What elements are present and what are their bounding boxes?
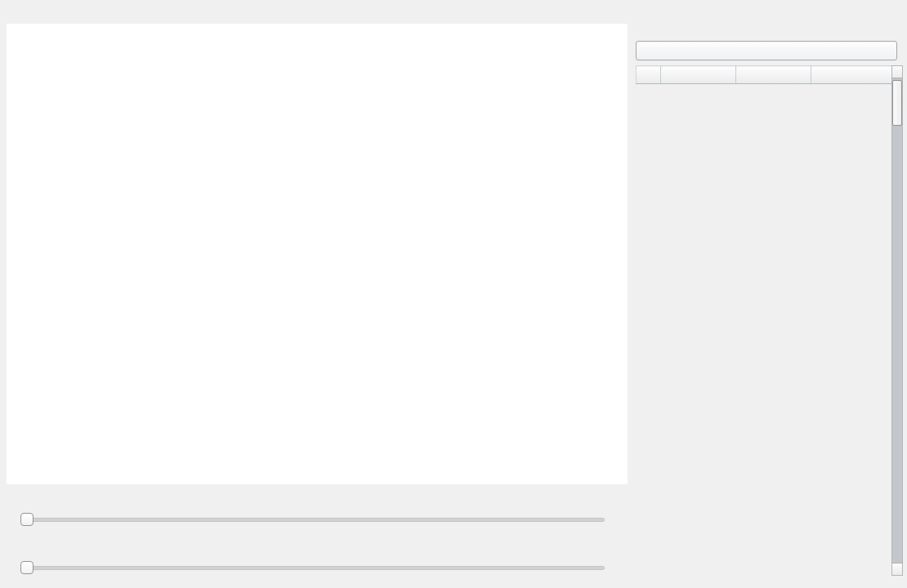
scroll-down-icon[interactable] (892, 563, 902, 575)
column-header-a[interactable] (661, 66, 736, 84)
data-table (636, 65, 903, 576)
plot-3d-wireframe (7, 24, 628, 484)
column-header-b[interactable] (736, 66, 811, 84)
plot-canvas (7, 24, 628, 484)
elevation-slider-row (0, 561, 629, 574)
table-header-row (637, 66, 892, 84)
scroll-up-icon[interactable] (892, 66, 902, 78)
table-corner-header[interactable] (637, 66, 661, 84)
elevation-slider-track[interactable] (20, 566, 605, 570)
azimuth-slider-row (0, 513, 629, 526)
menu-item-file[interactable] (0, 7, 15, 11)
plot-type-dropdown[interactable] (636, 41, 897, 60)
azimuth-slider-handle[interactable] (20, 513, 34, 526)
elevation-slider[interactable] (20, 561, 605, 574)
azimuth-slider[interactable] (20, 513, 605, 526)
column-header-c[interactable] (811, 66, 892, 84)
azimuth-slider-track[interactable] (20, 518, 605, 522)
menu-bar (0, 0, 907, 17)
elevation-slider-handle[interactable] (20, 561, 34, 574)
table-scrollbar[interactable] (891, 65, 903, 576)
scrollbar-thumb[interactable] (892, 80, 902, 126)
menu-item-about[interactable] (15, 7, 29, 11)
